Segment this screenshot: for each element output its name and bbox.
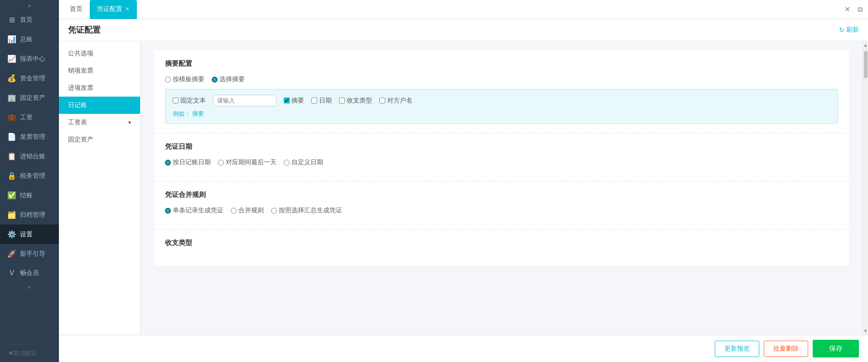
capital-icon: 💰 (7, 74, 16, 83)
radio-single[interactable]: 单条记录生成凭证 (165, 206, 223, 215)
sidebar-item-label: 发票管理 (20, 133, 45, 141)
sidebar-item-sales-ledger[interactable]: 📋 进销台账 (0, 147, 59, 166)
sidebar-item-settle[interactable]: ✅ 结账 (0, 186, 59, 205)
radio-select-abstract[interactable]: 选择摘要 (212, 75, 245, 83)
scroll-thumb[interactable] (864, 51, 868, 78)
tab-close-icon[interactable]: ✕ (125, 6, 130, 12)
report-icon: 📈 (7, 54, 16, 63)
sidebar-item-label: 结账 (20, 191, 33, 200)
sidebar-item-member[interactable]: V 畅会员 (0, 264, 59, 283)
home-icon: ⊞ (7, 15, 16, 24)
page-content: 凭证配置 ↻ 刷新 公共选项 销项发票 进项发票 日记账 (59, 19, 868, 362)
checkbox-fixed-text[interactable]: 固定文本 (173, 97, 206, 105)
checkbox-abstract[interactable]: 摘要 (284, 97, 304, 105)
radio-custom-date-label: 自定义日期 (291, 158, 323, 166)
sidebar-item-label: 总账 (20, 35, 33, 44)
radio-custom-date-input[interactable] (284, 160, 290, 166)
sections-wrapper: 摘要配置 按模板摘要 选择摘要 (154, 50, 849, 266)
page-title: 凭证配置 (68, 24, 101, 35)
refresh-button[interactable]: ↻ 刷新 (839, 26, 859, 34)
left-nav-item-label: 销项发票 (68, 67, 93, 75)
left-nav-item-payroll[interactable]: 工资表 ▾ (59, 114, 140, 131)
checkbox-income-type-input[interactable] (339, 98, 345, 103)
salary-icon: 💼 (7, 113, 16, 122)
checkbox-date-input[interactable] (311, 98, 317, 103)
page-header: 凭证配置 ↻ 刷新 (59, 19, 868, 41)
left-nav-item-label: 日记账 (68, 101, 87, 109)
sidebar-item-report[interactable]: 📈 报表中心 (0, 49, 59, 68)
sidebar-item-label: 工资 (20, 113, 33, 122)
radio-single-input[interactable] (165, 208, 171, 214)
checkbox-counterparty-input[interactable] (379, 98, 385, 103)
left-nav: 公共选项 销项发票 进项发票 日记账 工资表 ▾ 固定资产 (59, 41, 141, 335)
sidebar-item-home[interactable]: ⊞ 首页 (0, 10, 59, 29)
left-nav-item-label: 工资表 (68, 118, 87, 127)
sidebar-item-capital[interactable]: 💰 资金管理 (0, 68, 59, 88)
sidebar-item-settings[interactable]: ⚙️ 设置 (0, 225, 59, 244)
tab-home-label: 首页 (70, 5, 82, 13)
left-nav-item-diary[interactable]: 日记账 (59, 97, 140, 114)
archive-icon: 🗂️ (7, 210, 16, 219)
guide-icon: 🚀 (7, 249, 16, 258)
settings-icon: ⚙️ (7, 230, 16, 239)
scroll-up-arrow[interactable]: ▲ (862, 41, 868, 49)
left-nav-item-purchase-invoice[interactable]: 进项发票 (59, 79, 140, 97)
sidebar-item-tax[interactable]: 🔒 税务管理 (0, 166, 59, 186)
right-scrollbar[interactable]: ▲ ▼ (863, 41, 868, 335)
fixed-text-input[interactable] (213, 95, 276, 106)
merge-radio-row: 单条记录生成凭证 合并规则 按照选择汇总生成凭证 (165, 206, 838, 215)
radio-custom-date[interactable]: 自定义日期 (284, 158, 323, 166)
radio-merge-rules-input[interactable] (231, 208, 237, 214)
radio-by-diary-date[interactable]: 按日记账日期 (165, 158, 211, 166)
left-nav-item-sales-invoice[interactable]: 销项发票 (59, 62, 140, 79)
sidebar-item-label: 新手引导 (20, 250, 45, 258)
left-nav-item-label: 公共选项 (68, 49, 93, 58)
sidebar-item-label: 畅会员 (20, 269, 39, 277)
abstract-radio-row: 按模板摘要 选择摘要 (165, 75, 838, 83)
checkbox-counterparty[interactable]: 对方户名 (379, 97, 412, 105)
sidebar-item-invoice-mgmt[interactable]: 📄 发票管理 (0, 127, 59, 147)
radio-by-diary-date-input[interactable] (165, 160, 171, 166)
left-nav-item-public[interactable]: 公共选项 (59, 45, 140, 62)
batch-delete-button[interactable]: 批量删除 (764, 341, 808, 357)
sidebar-item-assets[interactable]: 🏢 固定资产 (0, 88, 59, 108)
radio-template-abstract-input[interactable] (165, 77, 171, 83)
radio-merge-rules[interactable]: 合并规则 (231, 206, 264, 215)
save-button[interactable]: 保存 (813, 340, 859, 357)
tab-restore-window-button[interactable]: ⧉ (856, 4, 864, 15)
sidebar-item-ledger[interactable]: 📊 总账 (0, 29, 59, 49)
checkbox-date[interactable]: 日期 (311, 97, 332, 105)
scroll-down-arrow[interactable]: ▼ (862, 327, 868, 335)
checkbox-abstract-input[interactable] (284, 98, 290, 103)
main-area: 首页 凭证配置 ✕ ✕ ⧉ 凭证配置 ↻ 刷新 公共选项 (59, 0, 868, 362)
sidebar-item-label: 进销台账 (20, 152, 45, 161)
sidebar-scroll-down[interactable]: ▼ (0, 283, 59, 293)
tab-home[interactable]: 首页 (63, 0, 90, 19)
radio-by-due-date-input[interactable] (218, 160, 224, 166)
merge-section-title: 凭证合并规则 (165, 191, 838, 199)
invoice-icon: 📄 (7, 132, 16, 141)
update-preview-button[interactable]: 更新预览 (715, 341, 759, 357)
sidebar-item-label: 报表中心 (20, 55, 45, 63)
radio-by-selection[interactable]: 按照选择汇总生成凭证 (271, 206, 342, 215)
abstract-example: 例如： 摘要 (173, 110, 830, 118)
tab-close-window-button[interactable]: ✕ (843, 3, 852, 15)
left-nav-item-fixed-assets[interactable]: 固定资产 (59, 131, 140, 148)
sidebar-unpin-button[interactable]: ◀取消固定 (0, 344, 59, 362)
sidebar-item-archive[interactable]: 🗂️ 归档管理 (0, 205, 59, 225)
sidebar-item-salary[interactable]: 💼 工资 (0, 108, 59, 127)
ledger-icon: 📋 (7, 152, 16, 161)
checkbox-income-type[interactable]: 收支类型 (339, 97, 372, 105)
tax-icon: 🔒 (7, 171, 16, 180)
radio-by-due-date[interactable]: 对应期间最后一天 (218, 158, 276, 166)
tab-voucher-config[interactable]: 凭证配置 ✕ (90, 0, 137, 19)
sidebar-item-guide[interactable]: 🚀 新手引导 (0, 244, 59, 264)
checkbox-fixed-text-input[interactable] (173, 98, 179, 103)
abstract-section-title: 摘要配置 (165, 59, 838, 68)
sidebar-scroll-up[interactable]: ▲ (0, 0, 59, 10)
radio-select-abstract-input[interactable] (212, 77, 218, 83)
radio-by-selection-input[interactable] (271, 208, 277, 214)
tab-bar: 首页 凭证配置 ✕ ✕ ⧉ (59, 0, 868, 19)
radio-template-abstract[interactable]: 按模板摘要 (165, 75, 204, 83)
sidebar-item-label: 资金管理 (20, 74, 45, 83)
